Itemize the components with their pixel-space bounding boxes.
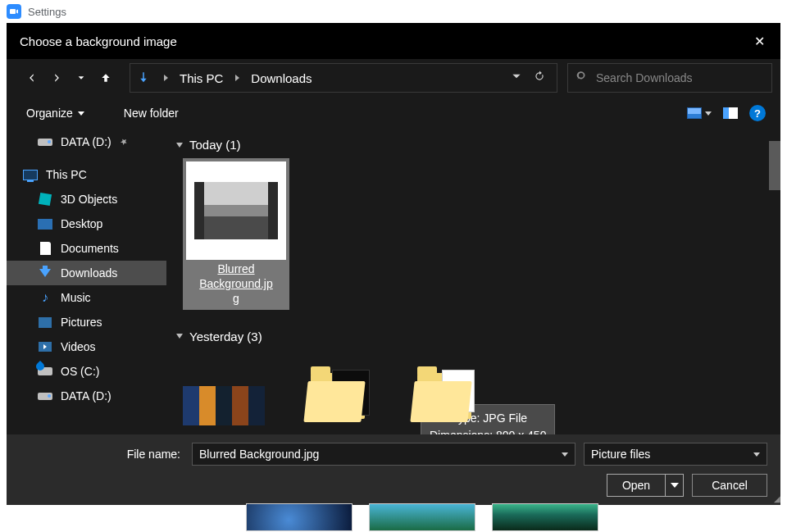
drive-icon <box>38 135 52 148</box>
file-type-filter[interactable]: Picture files <box>584 443 767 466</box>
chevron-down-icon <box>705 111 712 116</box>
nav-os-c[interactable]: OS (C:) <box>7 359 166 384</box>
navigation-pane: DATA (D:) This PC 3D Objects Desktop Doc… <box>7 130 166 434</box>
drive-icon <box>38 389 52 402</box>
file-item-selected[interactable]: Blurred Background.jp g <box>183 158 289 310</box>
close-button[interactable]: ✕ <box>751 34 767 49</box>
recent-locations-button[interactable] <box>71 67 92 89</box>
bg-tile[interactable] <box>246 503 353 531</box>
this-pc-icon <box>23 168 38 181</box>
bg-tile[interactable] <box>369 503 475 531</box>
search-box[interactable] <box>567 63 772 93</box>
pictures-icon <box>38 316 52 329</box>
address-history-button[interactable] <box>511 70 522 85</box>
app-titlebar: Settings <box>0 0 787 23</box>
zoom-app-icon <box>7 4 21 19</box>
file-open-dialog: Choose a background image ✕ This PC Down… <box>7 23 780 505</box>
command-toolbar: Organize New folder ? <box>7 97 780 130</box>
nav-downloads[interactable]: Downloads <box>7 261 166 285</box>
nav-pinned-data-d[interactable]: DATA (D:) <box>7 130 166 154</box>
folder-item[interactable] <box>412 370 478 425</box>
bg-tile[interactable] <box>492 503 598 531</box>
cancel-button[interactable]: Cancel <box>692 474 767 497</box>
chevron-down-icon <box>562 452 568 457</box>
background-thumbnails-row <box>246 503 598 531</box>
downloads-icon <box>38 266 52 280</box>
dialog-footer: File name: Blurred Background.jpg Pictur… <box>7 434 780 505</box>
preview-pane-button[interactable] <box>723 107 738 119</box>
breadcrumb-this-pc[interactable]: This PC <box>180 71 223 85</box>
videos-icon <box>38 340 52 353</box>
resize-grip-icon[interactable]: ◢ <box>774 494 779 503</box>
open-dropdown-button[interactable] <box>666 474 684 497</box>
folder-item[interactable] <box>306 370 371 425</box>
filename-label: File name: <box>20 448 184 461</box>
address-bar[interactable]: This PC Downloads <box>130 63 557 93</box>
file-item[interactable] <box>183 386 265 425</box>
scrollbar[interactable] <box>769 141 780 190</box>
desktop-icon <box>38 217 52 230</box>
file-label: Blurred Background.jp g <box>186 261 286 307</box>
navigation-toolbar: This PC Downloads <box>7 59 780 97</box>
nav-documents[interactable]: Documents <box>7 236 166 261</box>
chevron-down-icon <box>176 143 183 148</box>
open-split-button[interactable]: Open <box>607 474 684 497</box>
downloads-location-icon <box>135 70 152 86</box>
chevron-down-icon <box>671 483 679 488</box>
chevron-right-icon[interactable] <box>158 64 173 92</box>
refresh-button[interactable] <box>534 70 545 85</box>
app-title: Settings <box>28 6 66 18</box>
dialog-title: Choose a background image <box>20 34 177 48</box>
nav-music[interactable]: ♪Music <box>7 285 166 310</box>
nav-3d-objects[interactable]: 3D Objects <box>7 187 166 211</box>
new-folder-button[interactable]: New folder <box>119 104 184 122</box>
filename-combobox[interactable]: Blurred Background.jpg <box>192 443 575 466</box>
back-button[interactable] <box>21 67 43 89</box>
chevron-down-icon <box>176 334 183 339</box>
file-thumbnail <box>186 161 286 260</box>
help-button[interactable]: ? <box>749 105 766 121</box>
nav-desktop[interactable]: Desktop <box>7 211 166 236</box>
chevron-down-icon <box>78 111 84 116</box>
section-today[interactable]: Today (1) <box>166 130 780 158</box>
search-icon <box>576 70 588 85</box>
filename-value: Blurred Background.jpg <box>199 448 319 461</box>
os-drive-icon <box>38 365 52 378</box>
forward-button[interactable] <box>46 67 67 89</box>
up-button[interactable] <box>95 67 116 89</box>
open-button[interactable]: Open <box>607 474 666 497</box>
organize-menu[interactable]: Organize <box>21 104 89 122</box>
pin-icon <box>118 136 130 148</box>
search-input[interactable] <box>596 71 763 84</box>
nav-videos[interactable]: Videos <box>7 334 166 359</box>
section-yesterday[interactable]: Yesterday (3) <box>166 321 780 350</box>
chevron-right-icon[interactable] <box>230 64 244 92</box>
dialog-header: Choose a background image ✕ <box>7 23 780 59</box>
music-icon: ♪ <box>38 291 52 304</box>
nav-pictures[interactable]: Pictures <box>7 310 166 334</box>
pictures-view-icon <box>687 107 702 119</box>
documents-icon <box>38 242 52 255</box>
nav-data-d[interactable]: DATA (D:) <box>7 384 166 408</box>
chevron-down-icon <box>753 452 760 457</box>
view-options-button[interactable] <box>687 107 712 119</box>
nav-this-pc[interactable]: This PC <box>7 162 166 187</box>
breadcrumb-downloads[interactable]: Downloads <box>251 71 312 85</box>
3d-objects-icon <box>38 193 52 206</box>
file-list[interactable]: Today (1) Blurred Background.jp g Item t… <box>166 130 780 434</box>
